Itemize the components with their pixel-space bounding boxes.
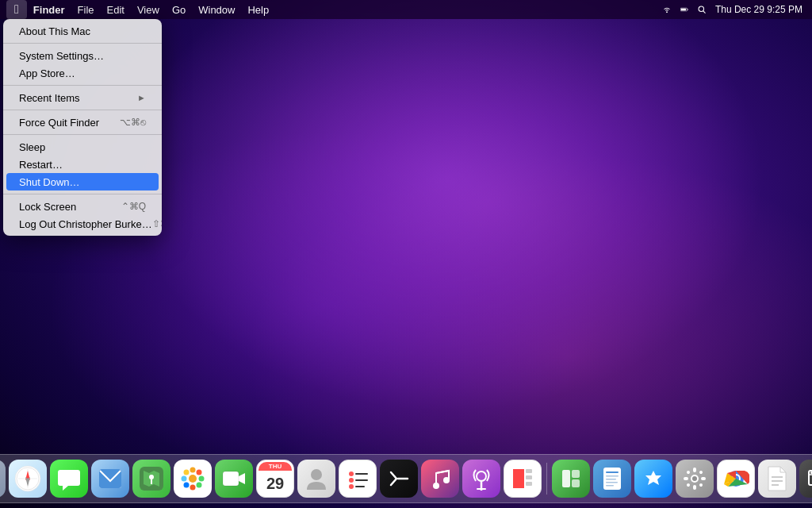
svg-rect-73 [684,477,688,480]
svg-rect-68 [606,485,614,487]
svg-marker-40 [239,473,245,484]
search-icon[interactable] [695,2,709,17]
svg-point-47 [349,484,354,489]
wifi-icon[interactable] [660,2,674,17]
svg-rect-74 [701,477,706,480]
svg-point-32 [190,485,196,491]
desktop:  Finder File Edit View Go Window Help [0,0,812,508]
dock-item-messages[interactable] [50,460,88,498]
svg-point-36 [197,470,202,475]
menubar-right: Thu Dec 29 9:25 PM [660,0,806,19]
svg-point-31 [190,468,196,473]
svg-point-37 [184,483,190,488]
menu-separator-4 [3,134,162,135]
recent-items-arrow: ► [137,93,146,102]
log-out-shortcut: ⇧⌘Q [152,218,162,229]
svg-rect-62 [572,479,580,487]
apple-menu-button[interactable]:  [6,0,27,19]
svg-rect-57 [526,469,532,473]
svg-point-29 [149,475,154,479]
menu-item-app-store[interactable]: App Store… [6,64,159,82]
svg-rect-66 [606,479,616,480]
svg-point-34 [199,476,205,482]
dock-item-reminders[interactable] [339,460,377,498]
dock-item-maps[interactable] [132,460,170,498]
svg-rect-64 [606,471,619,473]
dock-item-screenshot[interactable] [799,460,812,498]
svg-rect-1 [681,9,686,10]
lock-screen-shortcut: ⌃⌘Q [121,201,146,212]
dock-item-pages[interactable] [593,460,631,498]
dock-item-facetime[interactable] [215,460,253,498]
svg-point-43 [349,471,354,476]
menu-separator-2 [3,85,162,86]
menubar-help[interactable]: Help [241,0,275,19]
svg-rect-65 [606,475,619,477]
dock-item-launchpad[interactable] [0,460,6,498]
svg-rect-27 [99,469,121,488]
svg-rect-61 [572,470,580,478]
dock-separator [546,463,547,495]
dock-item-system-settings[interactable] [676,460,714,498]
svg-rect-76 [699,470,703,475]
svg-point-33 [182,476,187,482]
menubar-window[interactable]: Window [192,0,241,19]
menu-item-restart[interactable]: Restart… [6,156,159,173]
svg-rect-75 [686,470,691,475]
dock-item-mail[interactable] [91,460,129,498]
dock-item-podcasts[interactable] [462,460,500,498]
dock-item-calendar[interactable]: THU 29 [256,460,294,498]
svg-point-53 [477,471,486,481]
dock-item-photos[interactable] [174,460,212,498]
menubar-left:  Finder File Edit View Go Window Help [6,0,275,19]
menu-item-sleep[interactable]: Sleep [6,138,159,156]
menu-item-system-settings[interactable]: System Settings… [6,47,159,64]
menubar-go[interactable]: Go [166,0,192,19]
menu-separator-3 [3,110,162,110]
menu-item-shut-down[interactable]: Shut Down… [6,173,159,190]
svg-rect-58 [526,475,532,479]
dock-item-appletv[interactable] [380,460,418,498]
svg-rect-77 [686,483,691,487]
menu-item-about[interactable]: About This Mac [6,22,159,40]
menubar-edit[interactable]: Edit [101,0,131,19]
dock-item-safari[interactable] [9,460,47,498]
menubar-view[interactable]: View [131,0,166,19]
dock-item-appstore[interactable] [634,460,672,498]
svg-point-35 [184,470,190,475]
svg-rect-39 [223,471,239,486]
svg-rect-71 [693,468,696,472]
dock: THU 29 [0,454,812,503]
menu-item-recent-items[interactable]: Recent Items ► [6,89,159,106]
svg-line-52 [436,471,449,473]
menu-item-log-out[interactable]: Log Out Christopher Burke… ⇧⌘Q [6,215,159,233]
datetime-display: Thu Dec 29 9:25 PM [712,0,806,19]
menubar-file[interactable]: File [71,0,101,19]
menu-separator-1 [3,43,162,44]
dock-item-numbers[interactable] [552,460,590,498]
svg-point-42 [311,469,322,480]
battery-icon[interactable] [677,2,691,17]
svg-point-50 [433,483,439,489]
svg-point-70 [692,476,697,481]
svg-rect-2 [688,9,688,10]
dock-item-music[interactable] [421,460,459,498]
svg-rect-60 [562,470,570,487]
svg-line-4 [703,11,706,13]
svg-point-38 [197,483,202,488]
svg-point-51 [443,477,450,483]
dock-item-chrome[interactable] [717,460,755,498]
menu-item-lock-screen[interactable]: Lock Screen ⌃⌘Q [6,198,159,215]
dock-item-news[interactable] [504,460,542,498]
svg-rect-78 [699,483,703,487]
menu-item-force-quit[interactable]: Force Quit Finder ⌥⌘⎋ [6,114,159,131]
menubar:  Finder File Edit View Go Window Help [0,0,812,19]
svg-point-30 [189,475,197,483]
apple-dropdown-menu: About This Mac System Settings… App Stor… [3,19,162,236]
svg-point-45 [349,478,354,483]
svg-rect-67 [606,482,618,483]
svg-rect-59 [526,482,532,486]
dock-item-contacts[interactable] [297,460,335,498]
menubar-finder[interactable]: Finder [27,0,71,19]
dock-item-file[interactable] [758,460,796,498]
